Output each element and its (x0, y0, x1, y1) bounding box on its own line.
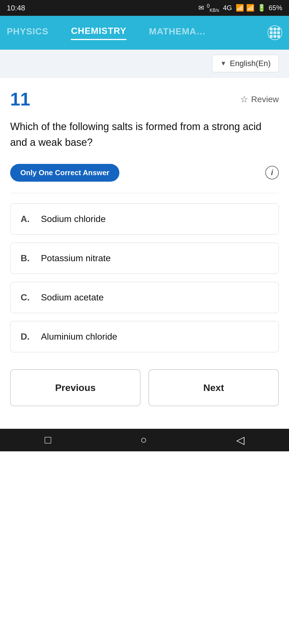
battery-level: 65% (269, 4, 282, 12)
back-triangle-icon[interactable]: ◁ (236, 434, 244, 446)
question-text: Which of the following salts is formed f… (10, 119, 279, 150)
question-header: 11 ☆ Review (10, 89, 279, 110)
tab-chemistry[interactable]: CHEMISTRY (71, 26, 126, 40)
option-c[interactable]: C. Sodium acetate (10, 282, 279, 313)
option-b[interactable]: B. Potassium nitrate (10, 243, 279, 274)
status-bar: 10:48 ✉ 0KB/s 4G 📶 📶 🔋 65% (0, 0, 289, 16)
language-bar: ▼ English(En) (0, 50, 289, 78)
question-number: 11 (10, 89, 30, 110)
battery-icon: 🔋 (257, 4, 266, 12)
option-a-text: Sodium chloride (41, 214, 106, 224)
section-divider (10, 193, 279, 193)
answer-type-badge: Only One Correct Answer (10, 164, 119, 182)
home-circle-icon[interactable]: ○ (140, 434, 147, 446)
next-button[interactable]: Next (148, 369, 279, 406)
main-content: 11 ☆ Review Which of the following salts… (0, 78, 289, 429)
option-d-text: Aluminium chloride (41, 331, 117, 342)
home-square-icon[interactable]: □ (45, 434, 51, 446)
grid-dots (270, 28, 280, 38)
option-a-label: A. (21, 214, 31, 224)
review-label: Review (251, 94, 279, 104)
review-button[interactable]: ☆ Review (240, 94, 279, 105)
info-icon[interactable]: i (265, 166, 279, 179)
option-d-label: D. (21, 331, 31, 342)
top-header: PHYSICS CHEMISTRY MATHEMA… (0, 16, 289, 50)
option-c-label: C. (21, 292, 31, 303)
language-selector[interactable]: ▼ English(En) (212, 55, 279, 72)
mail-icon: ✉ (198, 4, 204, 12)
option-b-label: B. (21, 253, 31, 263)
star-icon: ☆ (240, 94, 248, 105)
answer-type-row: Only One Correct Answer i (10, 164, 279, 182)
tab-math[interactable]: MATHEMA… (149, 26, 206, 39)
navigation-buttons: Previous Next (10, 369, 279, 417)
network-info: 0KB/s 4G 📶 📶 (207, 3, 255, 13)
option-b-text: Potassium nitrate (41, 253, 111, 263)
tab-physics[interactable]: PHYSICS (7, 26, 48, 39)
language-label: English(En) (230, 59, 271, 68)
chevron-down-icon: ▼ (220, 60, 226, 67)
option-d[interactable]: D. Aluminium chloride (10, 321, 279, 352)
grid-menu-icon[interactable] (268, 25, 282, 40)
bottom-nav-bar: □ ○ ◁ (0, 429, 289, 451)
status-right: ✉ 0KB/s 4G 📶 📶 🔋 65% (198, 3, 282, 13)
status-time: 10:48 (7, 4, 25, 12)
previous-button[interactable]: Previous (10, 369, 141, 406)
options-list: A. Sodium chloride B. Potassium nitrate … (10, 203, 279, 352)
tab-bar: PHYSICS CHEMISTRY MATHEMA… (7, 26, 206, 40)
option-c-text: Sodium acetate (41, 292, 104, 303)
option-a[interactable]: A. Sodium chloride (10, 203, 279, 235)
